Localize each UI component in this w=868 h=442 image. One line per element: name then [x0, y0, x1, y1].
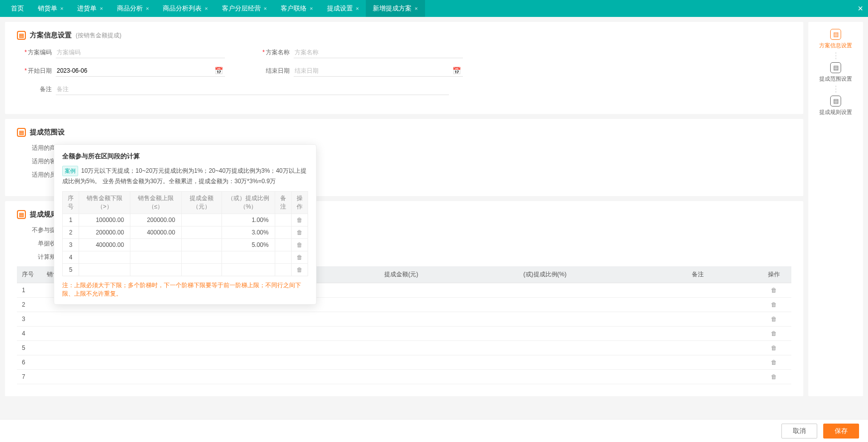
tab-客户分层经营[interactable]: 客户分层经营× [215, 0, 274, 17]
table-row[interactable]: 6🗑 [17, 355, 791, 370]
anchor-plan-info[interactable]: ▤ 方案信息设置 [819, 29, 852, 49]
example-badge: 案例 [62, 166, 78, 176]
example-table: 序号 销售金额下限（>） 销售金额上限（≤） 提成金额（元） （或）提成比例（%… [62, 191, 308, 276]
start-date-input[interactable] [56, 65, 225, 77]
tab-首页[interactable]: 首页 [4, 0, 31, 17]
anchor-icon: ▤ [830, 96, 841, 107]
end-date-input[interactable] [294, 65, 463, 77]
table-row[interactable]: 3🗑 [17, 312, 791, 327]
col-percent: (或)提成比例(%) [519, 266, 687, 283]
label-plan-name: 方案名称 [266, 49, 290, 56]
table-row: 2200000.00400000.003.00%🗑 [63, 226, 308, 239]
anchor-icon: ▤ [830, 29, 841, 40]
close-icon[interactable]: × [205, 5, 208, 11]
tooltip-title: 全额参与所在区间段的计算 [62, 152, 308, 161]
section-anchor-nav: ▤ 方案信息设置 ▤ 提成范围设置 ▤ 提成规则设置 [808, 22, 863, 396]
tab-销货单[interactable]: 销货单× [31, 0, 70, 17]
section-plan-info: ▤ 方案信息设置 (按销售金额提成) *方案编码 *方案名称 *开始日期 [5, 22, 803, 114]
plan-code-input[interactable] [56, 47, 225, 58]
table-row: 4🗑 [63, 251, 308, 264]
remark-input[interactable] [56, 84, 449, 95]
anchor-scope[interactable]: ▤ 提成范围设置 [819, 62, 852, 83]
section-icon: ▤ [17, 210, 26, 219]
section-subtitle: (按销售金额提成) [76, 31, 121, 40]
tab-提成设置[interactable]: 提成设置× [320, 0, 366, 17]
delete-icon[interactable]: 🗑 [771, 287, 777, 294]
tab-bar: 首页销货单×进货单×商品分析×商品分析列表×客户分层经营×客户联络×提成设置×新… [0, 0, 868, 17]
table-row[interactable]: 4🗑 [17, 327, 791, 341]
tab-新增提成方案[interactable]: 新增提成方案× [366, 0, 425, 17]
close-icon[interactable]: × [415, 5, 418, 11]
delete-icon[interactable]: 🗑 [771, 316, 777, 323]
close-icon[interactable]: × [146, 5, 149, 11]
label-plan-code: 方案编码 [28, 49, 52, 56]
table-row: 1100000.00200000.001.00%🗑 [63, 214, 308, 226]
plan-name-input[interactable] [294, 47, 463, 58]
anchor-icon: ▤ [830, 62, 841, 73]
table-row[interactable]: 7🗑 [17, 370, 791, 384]
close-icon[interactable]: × [356, 5, 359, 11]
table-row: 3400000.005.00%🗑 [63, 239, 308, 251]
col-seq: 序号 [17, 266, 42, 283]
delete-icon[interactable]: 🗑 [297, 254, 303, 261]
tab-客户联络[interactable]: 客户联络× [274, 0, 320, 17]
tooltip-note: 注：上限必须大于下限；多个阶梯时，下一个阶梯下限要等于前一阶梯上限；不同行之间下… [62, 281, 308, 298]
close-icon[interactable]: × [60, 5, 63, 11]
col-op: 操作 [757, 266, 791, 283]
table-row[interactable]: 5🗑 [17, 341, 791, 355]
delete-icon[interactable]: 🗑 [771, 359, 777, 366]
close-all-tabs-icon[interactable]: × [858, 0, 863, 17]
delete-icon[interactable]: 🗑 [297, 217, 303, 223]
section-icon: ▤ [17, 128, 26, 137]
section-title: 提成范围设 [30, 128, 65, 137]
tooltip-text: 10万元以下无提成；10~20万元提成比例为1%；20~40万提成比例为3%；4… [62, 167, 307, 185]
close-icon[interactable]: × [310, 5, 313, 11]
close-icon[interactable]: × [264, 5, 267, 11]
label-start-date: 开始日期 [28, 67, 52, 74]
section-title: 方案信息设置 [30, 31, 72, 40]
section-icon: ▤ [17, 31, 26, 40]
delete-icon[interactable]: 🗑 [771, 344, 777, 351]
tab-商品分析[interactable]: 商品分析× [110, 0, 156, 17]
close-icon[interactable]: × [100, 5, 103, 11]
tab-进货单[interactable]: 进货单× [70, 0, 109, 17]
delete-icon[interactable]: 🗑 [771, 301, 777, 308]
delete-icon[interactable]: 🗑 [771, 330, 777, 337]
tab-商品分析列表[interactable]: 商品分析列表× [156, 0, 215, 17]
anchor-rule[interactable]: ▤ 提成规则设置 [819, 96, 852, 116]
col-amount: 提成金额(元) [379, 266, 518, 283]
delete-icon[interactable]: 🗑 [771, 373, 777, 380]
table-row: 5🗑 [63, 264, 308, 276]
rule-example-tooltip: 全额参与所在区间段的计算 案例10万元以下无提成；10~20万元提成比例为1%；… [54, 144, 317, 305]
label-end-date: 结束日期 [266, 67, 290, 74]
label-remark: 备注 [40, 86, 52, 93]
delete-icon[interactable]: 🗑 [297, 241, 303, 248]
delete-icon[interactable]: 🗑 [297, 266, 303, 273]
delete-icon[interactable]: 🗑 [297, 229, 303, 236]
col-remark: 备注 [687, 266, 757, 283]
